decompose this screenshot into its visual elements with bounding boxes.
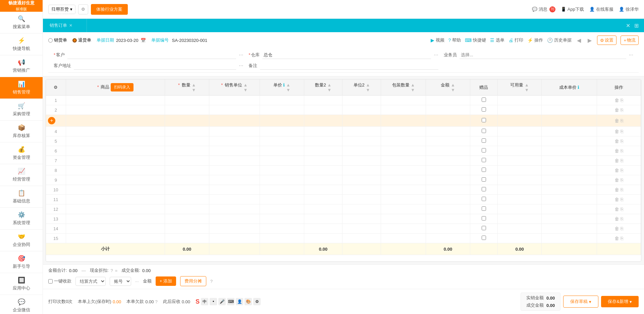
account-select[interactable]: 账号 xyxy=(110,277,131,286)
product-input-5[interactable] xyxy=(68,139,163,144)
salesperson-input[interactable] xyxy=(460,51,626,59)
user-profile-btn[interactable]: 👤 徐泽华 xyxy=(619,6,639,12)
one-click-checkbox[interactable] xyxy=(48,279,53,284)
unit2-cell[interactable] xyxy=(342,136,381,146)
price-sort[interactable]: ▲▼ xyxy=(286,82,290,92)
product-input-15[interactable] xyxy=(68,236,163,241)
unit2-cell[interactable] xyxy=(342,224,381,234)
copy-row-btn-3[interactable]: ⎘ xyxy=(621,118,623,123)
copy-row-btn-4[interactable]: ⎘ xyxy=(621,129,623,134)
gift-cell[interactable] xyxy=(470,234,497,243)
amount-cell[interactable] xyxy=(426,175,470,185)
history-action[interactable]: 🕐 历史单据 xyxy=(547,37,572,43)
type-sale-option[interactable]: 销货单 xyxy=(48,37,67,43)
unit-price-cell[interactable] xyxy=(260,166,304,175)
product-input-3[interactable] xyxy=(68,118,163,123)
unit2-cell[interactable] xyxy=(342,115,381,127)
cost-price-cell[interactable] xyxy=(542,96,597,105)
pack-qty-cell[interactable] xyxy=(381,136,426,146)
pack-qty-cell[interactable] xyxy=(381,204,426,214)
amount-cell[interactable] xyxy=(426,136,470,146)
sidebar-item-sales[interactable]: 📊销售管理 xyxy=(0,77,43,99)
available-cell[interactable] xyxy=(497,166,541,175)
qty2-cell[interactable] xyxy=(304,105,342,115)
save-new-btn[interactable]: 保存&新增 ▾ xyxy=(601,296,639,307)
copy-row-btn-12[interactable]: ⎘ xyxy=(621,206,623,212)
product-cell[interactable] xyxy=(66,96,165,105)
delete-row-btn-11[interactable]: 🗑 xyxy=(614,197,619,202)
available-cell[interactable] xyxy=(497,156,541,166)
gift-checkbox-6[interactable] xyxy=(482,148,486,152)
product-input-9[interactable] xyxy=(68,178,163,183)
unit-price-cell[interactable] xyxy=(260,105,304,115)
sales-unit-cell[interactable] xyxy=(209,204,260,214)
pack-qty-cell[interactable] xyxy=(381,195,426,204)
product-cell[interactable] xyxy=(66,185,165,195)
sidebar-item-marketing[interactable]: 📢营销推广 xyxy=(0,55,43,77)
date-value[interactable]: 2023-03-20 xyxy=(116,38,139,43)
sales-unit-cell[interactable] xyxy=(209,224,260,234)
unit-price-cell[interactable] xyxy=(260,96,304,105)
gift-cell[interactable] xyxy=(470,105,497,115)
gift-checkbox-3[interactable] xyxy=(482,118,486,122)
amount-cell[interactable] xyxy=(426,156,470,166)
unit2-cell[interactable] xyxy=(342,204,381,214)
account-picker[interactable]: ··· xyxy=(135,279,139,284)
gift-checkbox-12[interactable] xyxy=(482,206,486,211)
delete-row-btn-7[interactable]: 🗑 xyxy=(614,158,619,163)
product-cell[interactable] xyxy=(66,204,165,214)
sales-unit-cell[interactable] xyxy=(209,234,260,243)
type-return-radio[interactable] xyxy=(72,38,77,43)
available-cell[interactable] xyxy=(497,115,541,127)
cost-price-cell[interactable] xyxy=(542,127,597,136)
quantity-cell[interactable] xyxy=(165,185,209,195)
quantity-cell[interactable] xyxy=(165,204,209,214)
amount-cell[interactable] xyxy=(426,96,470,105)
cost-price-cell[interactable] xyxy=(542,195,597,204)
unit-price-cell[interactable] xyxy=(260,115,304,127)
sales-unit-cell[interactable] xyxy=(209,175,260,185)
sales-unit-cell[interactable] xyxy=(209,195,260,204)
tool-icon-6[interactable]: 🎨 xyxy=(245,298,252,305)
gift-cell[interactable] xyxy=(470,195,497,204)
amount-cell[interactable] xyxy=(426,195,470,204)
nav-prev-btn[interactable]: ◀ xyxy=(576,36,582,45)
qty2-cell[interactable] xyxy=(304,156,342,166)
gift-checkbox-10[interactable] xyxy=(482,187,486,191)
gift-cell[interactable] xyxy=(470,166,497,175)
quantity-cell[interactable] xyxy=(165,105,209,115)
product-input-1[interactable] xyxy=(68,98,163,103)
sales-unit-cell[interactable] xyxy=(209,166,260,175)
delete-row-btn-5[interactable]: 🗑 xyxy=(614,138,619,144)
product-cell[interactable] xyxy=(66,224,165,234)
available-cell[interactable] xyxy=(497,214,541,224)
sales-unit-cell[interactable] xyxy=(209,185,260,195)
product-input-14[interactable] xyxy=(68,226,163,231)
cost-price-cell[interactable] xyxy=(542,115,597,127)
delete-row-btn-12[interactable]: 🗑 xyxy=(614,206,619,212)
fee-help-icon[interactable]: ? xyxy=(210,279,213,284)
sidebar-item-search[interactable]: 🔍搜索菜单 xyxy=(0,12,43,34)
remark-input[interactable] xyxy=(260,62,438,70)
tab-close-sales-order[interactable]: ✕ xyxy=(69,23,72,28)
qty2-cell[interactable] xyxy=(304,115,342,127)
unit2-cell[interactable] xyxy=(342,175,381,185)
delete-row-btn-15[interactable]: 🗑 xyxy=(614,236,619,241)
pack-qty-cell[interactable] xyxy=(381,224,426,234)
pack-qty-cell[interactable] xyxy=(381,115,426,127)
copy-row-btn-1[interactable]: ⎘ xyxy=(621,98,623,103)
unit-price-cell[interactable] xyxy=(260,234,304,243)
delete-row-btn-8[interactable]: 🗑 xyxy=(614,168,619,173)
qty2-cell[interactable] xyxy=(304,185,342,195)
amount-cell[interactable] xyxy=(426,166,470,175)
nav-next-btn[interactable]: ▶ xyxy=(586,36,593,45)
sales-unit-cell[interactable] xyxy=(209,96,260,105)
quantity-cell[interactable] xyxy=(165,195,209,204)
quantity-cell[interactable] xyxy=(165,115,209,127)
available-cell[interactable] xyxy=(497,127,541,136)
qty2-cell[interactable] xyxy=(304,166,342,175)
app-download-btn[interactable]: 📱 App下载 xyxy=(561,6,584,12)
available-cell[interactable] xyxy=(497,224,541,234)
product-cell[interactable] xyxy=(66,146,165,156)
unit-price-cell[interactable] xyxy=(260,127,304,136)
